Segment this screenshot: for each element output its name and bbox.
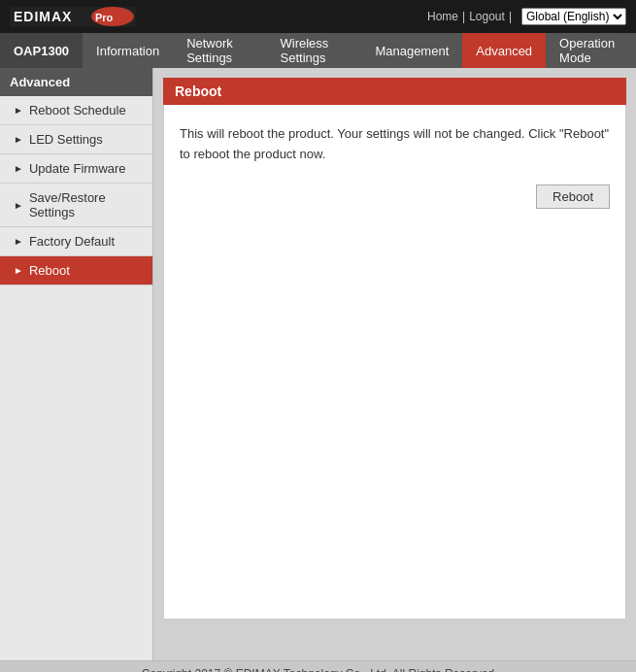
nav-item-advanced[interactable]: Advanced — [462, 33, 546, 68]
sidebar-item-label: Save/Restore Settings — [29, 190, 143, 219]
top-bar: EDIMAX Pro Home | Logout | Global (Engli… — [0, 0, 636, 33]
sidebar-item-label: Reboot Schedule — [29, 103, 126, 118]
chevron-right-icon: ► — [14, 163, 23, 174]
footer-text: Copyright 2017 © EDIMAX Technology Co., … — [142, 667, 494, 672]
sidebar-item-save-restore[interactable]: ► Save/Restore Settings — [0, 184, 152, 227]
chevron-right-icon: ► — [14, 200, 23, 211]
nav-item-information[interactable]: Information — [83, 33, 173, 68]
chevron-right-icon: ► — [14, 134, 23, 145]
chevron-right-icon: ► — [14, 236, 23, 247]
main-content: Reboot This will reboot the product. You… — [153, 68, 636, 660]
chevron-right-icon: ► — [14, 265, 23, 276]
sidebar-item-label: Reboot — [29, 263, 70, 278]
section-body: This will reboot the product. Your setti… — [163, 105, 626, 620]
reboot-message: This will reboot the product. Your setti… — [180, 124, 610, 165]
svg-text:EDIMAX: EDIMAX — [14, 9, 72, 24]
nav-items: Information Network Settings Wireless Se… — [83, 33, 636, 68]
sidebar-item-reboot[interactable]: ► Reboot — [0, 256, 152, 286]
reboot-btn-row: Reboot — [180, 185, 610, 209]
sidebar-item-label: LED Settings — [29, 132, 103, 147]
logo: EDIMAX Pro — [10, 4, 136, 29]
sidebar-item-reboot-schedule[interactable]: ► Reboot Schedule — [0, 96, 152, 125]
sidebar-item-update-firmware[interactable]: ► Update Firmware — [0, 154, 152, 184]
footer: Copyright 2017 © EDIMAX Technology Co., … — [0, 660, 636, 672]
svg-text:Pro: Pro — [95, 12, 114, 23]
edimax-logo: EDIMAX Pro — [10, 4, 136, 29]
device-label: OAP1300 — [0, 33, 83, 68]
language-select[interactable]: Global (English) — [521, 8, 626, 25]
sidebar-title: Advanced — [0, 68, 152, 96]
nav-item-wireless-settings[interactable]: Wireless Settings — [267, 33, 362, 68]
home-link[interactable]: Home — [427, 10, 458, 23]
sidebar-item-label: Update Firmware — [29, 161, 126, 176]
nav-item-management[interactable]: Management — [361, 33, 462, 68]
nav-item-network-settings[interactable]: Network Settings — [173, 33, 266, 68]
sidebar-item-label: Factory Default — [29, 234, 115, 249]
nav-item-operation-mode[interactable]: Operation Mode — [546, 33, 636, 68]
nav-bar: OAP1300 Information Network Settings Wir… — [0, 33, 636, 68]
sidebar-item-factory-default[interactable]: ► Factory Default — [0, 227, 152, 256]
sidebar: Advanced ► Reboot Schedule ► LED Setting… — [0, 68, 153, 660]
sidebar-item-led-settings[interactable]: ► LED Settings — [0, 125, 152, 154]
section-header: Reboot — [163, 78, 626, 105]
top-links: Home | Logout | Global (English) — [427, 8, 626, 25]
content-wrapper: Advanced ► Reboot Schedule ► LED Setting… — [0, 68, 636, 660]
chevron-right-icon: ► — [14, 105, 23, 116]
reboot-button[interactable]: Reboot — [536, 185, 610, 209]
logout-link[interactable]: Logout — [469, 10, 505, 23]
